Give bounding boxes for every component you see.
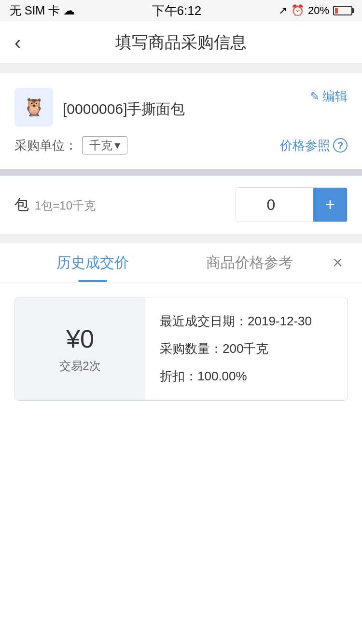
- product-name: [0000006]手撕面包: [63, 96, 185, 119]
- price-ref-button[interactable]: 价格参照 ?: [280, 137, 348, 154]
- help-icon: ?: [333, 138, 348, 153]
- status-time: 下午6:12: [152, 2, 202, 19]
- price-ref-label: 价格参照: [280, 137, 330, 154]
- product-header: 🦉 [0000006]手撕面包 ✎ 编辑: [14, 88, 348, 126]
- quantity-input[interactable]: [236, 188, 313, 222]
- quantity-row: 包 1包=10千克 +: [0, 176, 362, 234]
- bottom-area: [0, 415, 362, 644]
- alarm-icon: ⏰: [291, 4, 304, 17]
- purchase-qty-value: 200千克: [223, 341, 268, 356]
- price-right-panel: 最近成交日期：2019-12-30 采购数量：200千克 折扣：100.00%: [145, 297, 347, 400]
- unit-dropdown[interactable]: 千克 ▾: [82, 136, 127, 154]
- sim-label: 无 SIM 卡 ☁: [10, 3, 75, 18]
- price-sub: 交易2次: [59, 358, 100, 374]
- edit-icon: ✎: [310, 90, 320, 103]
- purchase-qty-row: 采购数量：200千克: [160, 339, 333, 358]
- battery-percent: 20%: [308, 4, 329, 17]
- location-icon: ↗: [278, 4, 287, 17]
- status-right: ↗ ⏰ 20%: [278, 4, 352, 17]
- edit-label: 编辑: [322, 88, 348, 105]
- discount-row: 折扣：100.00%: [160, 367, 333, 386]
- qty-conversion: 1包=10千克: [35, 198, 96, 213]
- purchase-qty-label: 采购数量：: [160, 341, 223, 356]
- edit-link[interactable]: ✎ 编辑: [310, 88, 348, 105]
- nav-bar: ‹ 填写商品采购信息: [0, 21, 362, 64]
- purchase-unit-label: 采购单位：: [14, 137, 77, 154]
- tab-section: 历史成交价 商品价格参考 × ¥0 交易2次 最近成交日期：2019-12-30…: [0, 243, 362, 644]
- product-logo: 🦉: [14, 88, 53, 126]
- tab-history-price-label: 历史成交价: [56, 253, 129, 273]
- product-meta: 采购单位： 千克 ▾ 价格参照 ?: [14, 136, 348, 154]
- tab-close-button[interactable]: ×: [328, 248, 348, 278]
- back-button[interactable]: ‹: [14, 33, 21, 52]
- price-card: ¥0 交易2次 最近成交日期：2019-12-30 采购数量：200千克 折扣：…: [14, 297, 348, 401]
- discount-label: 折扣：: [160, 369, 197, 383]
- discount-value: 100.00%: [197, 369, 247, 383]
- product-left: 🦉 [0000006]手撕面包: [14, 88, 185, 126]
- status-bar: 无 SIM 卡 ☁ 下午6:12 ↗ ⏰ 20%: [0, 0, 362, 21]
- price-amount: ¥0: [66, 324, 94, 353]
- status-left: 无 SIM 卡 ☁: [10, 3, 75, 18]
- qty-label-group: 包 1包=10千克: [14, 195, 96, 215]
- product-card: 🦉 [0000006]手撕面包 ✎ 编辑 采购单位： 千克 ▾ 价格参照 ?: [0, 73, 362, 169]
- qty-plus-button[interactable]: +: [313, 188, 347, 222]
- qty-unit: 包: [14, 195, 29, 215]
- dropdown-arrow-icon: ▾: [114, 139, 120, 152]
- tab-product-price-ref-label: 商品价格参考: [206, 253, 293, 273]
- page-title: 填写商品采购信息: [115, 31, 247, 54]
- battery-icon: [333, 6, 352, 15]
- tab-history-price[interactable]: 历史成交价: [14, 243, 171, 282]
- unit-value: 千克: [89, 138, 112, 153]
- recent-date-label: 最近成交日期：: [160, 314, 248, 328]
- recent-date-value: 2019-12-30: [248, 314, 312, 328]
- tab-product-price-ref[interactable]: 商品价格参考: [171, 243, 327, 282]
- product-logo-icon: 🦉: [23, 97, 45, 117]
- qty-input-group: +: [236, 187, 348, 222]
- recent-date-row: 最近成交日期：2019-12-30: [160, 312, 333, 331]
- tab-header: 历史成交价 商品价格参考 ×: [0, 243, 362, 282]
- price-left-panel: ¥0 交易2次: [15, 297, 145, 400]
- purchase-unit: 采购单位： 千克 ▾: [14, 136, 127, 154]
- section-divider: [0, 169, 362, 176]
